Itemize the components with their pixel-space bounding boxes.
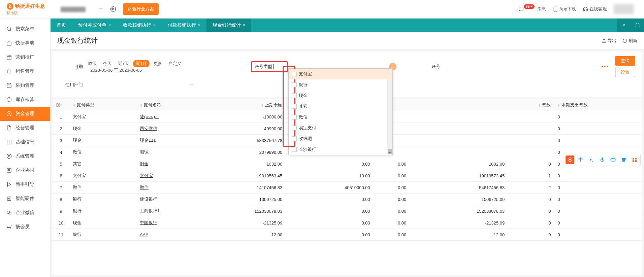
column-header[interactable]: ▲▼笔数 [508,99,554,111]
messages-button[interactable]: 99 + 消息 [518,6,546,12]
sidebar-item-guide[interactable]: 新手引导 [0,177,50,192]
gear-icon[interactable] [110,6,116,12]
sogou-icon[interactable]: S [566,155,574,164]
fullscreen-button[interactable]: ⛶ [631,19,644,32]
app-download-button[interactable]: App下载 [553,6,576,12]
account-name-link[interactable]: AAA [140,232,149,237]
ime-keyboard-icon[interactable] [609,155,617,164]
sidebar-item-team[interactable]: 企业协同 [0,163,50,177]
sidebar-item-money[interactable]: 资金管理 [0,107,50,121]
account-name-link[interactable]: 测试 [140,149,149,154]
checkbox[interactable] [292,115,297,119]
ime-punct-icon[interactable]: •, [587,155,596,164]
date-range-chip[interactable]: 今天 [101,60,114,67]
checkbox[interactable] [292,104,297,109]
ime-skin-icon[interactable] [619,155,628,164]
brand-logo: b 畅捷通好生意 标准版 [3,3,51,15]
column-header[interactable]: ▲▼账号名称 [136,99,203,111]
account-name-link[interactable]: 支付宝 [140,173,153,178]
tab[interactable]: 付款核销执行× [162,19,206,32]
tab-close-icon[interactable]: × [153,23,156,28]
date-label: 日期 [59,64,83,70]
column-header[interactable]: ▲▼本期支出笔数 [554,99,642,111]
date-range-chip[interactable]: 近1月 [133,60,150,67]
tab[interactable]: 现金银行统计× [206,19,251,32]
checkbox[interactable] [292,147,297,152]
sidebar-item-doc[interactable]: 经营管理 [0,121,50,135]
sidebar-item-bag[interactable]: 采购管理 [0,78,50,93]
box-icon [6,97,12,103]
sidebar-item-hw[interactable]: 智能硬件 [0,192,50,206]
brand-name: 畅捷通好生意 [15,3,45,9]
column-header[interactable] [410,99,425,111]
query-button[interactable]: 查询 [615,56,635,66]
ime-mic-icon[interactable] [598,155,607,164]
sidebar-item-home[interactable]: 快捷导航 [0,36,50,50]
account-name-link[interactable]: 中国银行 [140,220,157,225]
column-header[interactable]: ▲▼上期余额 [203,99,286,111]
customer-service-button[interactable]: 在线客服 [583,6,607,12]
date-range-chip[interactable]: 更多 [152,60,164,67]
column-header[interactable]: ▲▼账号类型 [69,99,136,111]
settings-button[interactable]: 设置 [615,68,635,77]
sidebar-item-gift[interactable]: 营销推广 [0,50,50,64]
close-all-tabs-button[interactable]: ✕ [617,19,631,32]
sidebar-item-vip[interactable]: 畅会员 [0,220,50,234]
account-name-link[interactable]: 陡(○○○)... [140,114,159,119]
tab[interactable]: 预付冲应付单× [72,19,117,32]
sidebar-item-sys[interactable]: 系统管理 [0,149,50,163]
user-avatar[interactable] [614,4,634,14]
svg-rect-26 [633,160,634,162]
refresh-button[interactable]: 刷新 [622,38,637,44]
company-selector[interactable]: ████████ [61,7,86,12]
checkbox[interactable] [292,126,297,130]
account-name-link[interactable]: 建设银行 [140,197,157,202]
sidebar-item-wechat[interactable]: 企业微信 [0,206,50,220]
tab-close-icon[interactable]: × [243,23,245,28]
column-header[interactable] [426,99,508,111]
ime-lang-button[interactable]: 中 [576,155,585,164]
dropdown-option[interactable]: 现金 [289,90,392,101]
tab[interactable]: 首页 [51,19,72,32]
date-range-chip[interactable]: 近7天 [116,60,131,67]
sidebar-item-cart[interactable]: 销售管理 [0,64,50,78]
table-settings-icon[interactable] [53,99,69,111]
dropdown-option[interactable]: 长沙银行 [289,144,392,155]
tab[interactable]: 收款核销执行× [117,19,162,32]
dropdown-option[interactable]: 收钱吧 [289,133,392,144]
account-type-filter[interactable]: 账号类型 [251,61,288,72]
tab-close-icon[interactable]: × [198,23,200,28]
dropdown-option[interactable]: 其它 [289,101,392,112]
dropdown-option[interactable]: 银行 [289,79,392,90]
tab-close-icon[interactable]: × [108,23,111,28]
checkbox[interactable] [292,93,297,98]
sidebar-item-search[interactable]: 搜索菜单 [0,22,50,36]
dropdown-option[interactable]: 易宝支付 [289,123,392,133]
date-range-text: 2023-05-06 至 2023-06-06 [90,67,184,73]
checkbox[interactable] [292,82,297,87]
industry-plan-button[interactable]: 体验行业方案 [123,3,159,15]
sidebar-item-grid[interactable]: 基础信息 [0,135,50,149]
ime-toolbar[interactable]: S 中 •, [564,154,641,166]
checkbox[interactable] [292,136,297,141]
svg-point-3 [7,27,11,31]
export-button[interactable]: 导出 [602,38,616,44]
date-range-chip[interactable]: 自定义 [166,60,184,67]
company-chevron-icon[interactable]: ﹀ [99,6,103,12]
account-name-link[interactable]: 西安微信 [140,126,157,131]
account-name-link[interactable]: 现金111 [140,138,156,143]
table-row: 10现金中国银行-21325.090.000.00-21325.0900 [53,217,642,229]
more-filters-icon[interactable]: ••• [601,64,609,70]
checkbox[interactable] [292,72,297,76]
dropdown-option[interactable]: 支付宝 [289,69,392,79]
date-range-chip[interactable]: 昨天 [86,60,99,67]
dept-input[interactable] [86,82,187,88]
dropdown-option[interactable]: 微信 [289,112,392,123]
dept-chevron-icon[interactable]: ﹀ [190,82,194,88]
account-name-link[interactable]: 工商银行1 [140,208,160,213]
account-name-link[interactable]: 旧金 [140,161,149,166]
account-name-link[interactable]: 微信 [140,185,149,190]
sidebar-item-box[interactable]: 库存核算 [0,93,50,107]
ime-toolbox-icon[interactable] [630,155,639,164]
svg-point-22 [58,104,59,106]
